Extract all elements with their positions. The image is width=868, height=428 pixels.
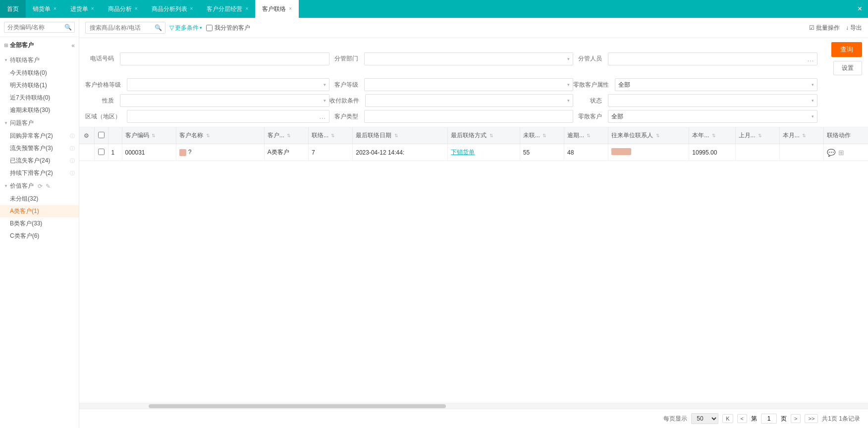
last-page-btn[interactable]: >> xyxy=(805,414,818,423)
close-goods-analysis-list-icon[interactable]: × xyxy=(190,0,193,18)
first-page-btn[interactable]: K xyxy=(722,414,733,423)
sidebar-item-week[interactable]: 近7天待联络(0) xyxy=(0,92,79,104)
more-filters-btn[interactable]: ▽ 更多条件 ▾ xyxy=(169,24,202,32)
next-page-btn[interactable]: > xyxy=(791,414,801,423)
close-customer-contact-icon[interactable]: × xyxy=(289,0,292,18)
th-this-year[interactable]: 本年... ⇅ xyxy=(689,127,735,144)
close-all-icon[interactable]: × xyxy=(858,4,862,13)
sidebar-all-customers-header[interactable]: ⊞ 全部客户 « xyxy=(0,37,79,54)
export-btn[interactable]: ↓ 导出 xyxy=(846,24,862,32)
nav-goods-analysis[interactable]: 商品分析 × xyxy=(101,0,145,18)
filter-payment-select[interactable]: ▾ xyxy=(365,94,574,107)
sidebar-item-churned[interactable]: 已流失客户(24) ⓘ xyxy=(0,155,79,167)
search-input[interactable] xyxy=(86,22,165,33)
per-page-select[interactable]: 50 100 200 xyxy=(691,413,718,424)
th-contact-count[interactable]: 联络... ⇅ xyxy=(309,127,353,144)
th-company-contact[interactable]: 往来单位联系人 ⇅ xyxy=(608,127,689,144)
gear-settings-icon[interactable]: ⚙ xyxy=(84,132,89,139)
sort-name-icon[interactable]: ⇅ xyxy=(206,133,210,138)
horizontal-scrollbar[interactable] xyxy=(79,403,868,409)
sidebar-item-c-class[interactable]: C类客户(6) xyxy=(0,230,79,242)
sort-level-icon[interactable]: ⇅ xyxy=(287,133,291,138)
sidebar-group-value[interactable]: ▼ 价值客户 ⟳ ✎ xyxy=(0,179,79,193)
sidebar-item-ungrouped[interactable]: 未分组(32) xyxy=(0,193,79,205)
th-overdue[interactable]: 逾期... ⇅ xyxy=(564,127,608,144)
sidebar-item-overdue[interactable]: 逾期未联络(30) xyxy=(0,104,79,116)
th-gear[interactable]: ⚙ xyxy=(79,127,94,144)
filter-icon: ▽ xyxy=(169,24,174,31)
th-name[interactable]: 客户名称 ⇅ xyxy=(176,127,264,144)
sidebar-item-today[interactable]: 今天待联络(0) xyxy=(0,67,79,79)
nav-customer-contact[interactable]: 客户联络 × xyxy=(255,0,299,18)
th-uncontacted[interactable]: 未联... ⇅ xyxy=(520,127,564,144)
page-input[interactable] xyxy=(761,414,777,424)
sort-code-icon[interactable]: ⇅ xyxy=(152,133,156,138)
sidebar-group-problem[interactable]: ▼ 问题客户 xyxy=(0,116,79,130)
qrcode-action-icon[interactable]: ⊞ xyxy=(838,149,844,157)
filter-dept-select[interactable]: ▾ xyxy=(364,53,574,65)
filter-person-select[interactable]: … xyxy=(608,53,817,65)
th-last-contact-method[interactable]: 最后联络方式 ⇅ xyxy=(448,127,520,144)
td-last-contact-method[interactable]: 下销货单 xyxy=(448,144,520,161)
close-goods-analysis-icon[interactable]: × xyxy=(135,0,138,18)
filter-customer-level-select[interactable]: ▾ xyxy=(364,78,574,91)
filter-phone-input[interactable] xyxy=(120,53,329,65)
close-purchase-icon[interactable]: × xyxy=(91,0,94,18)
sidebar-item-churn-warning[interactable]: 流失预警客户(3) ⓘ xyxy=(0,142,79,155)
filter-phone: 电话号码 xyxy=(85,53,329,65)
sort-last-contact-date-icon[interactable]: ⇅ xyxy=(394,133,398,138)
filter-retail-select[interactable]: 全部 ▾ xyxy=(608,110,817,123)
sort-last-contact-method-icon[interactable]: ⇅ xyxy=(489,133,493,138)
sort-overdue-icon[interactable]: ⇅ xyxy=(587,133,591,138)
nav-sales[interactable]: 销货单 × xyxy=(26,0,63,18)
th-code[interactable]: 客户编码 ⇅ xyxy=(122,127,176,144)
filter-status-select[interactable]: ▾ xyxy=(608,94,817,107)
export-icon: ↓ xyxy=(846,24,849,31)
td-level: A类客户 xyxy=(264,144,308,161)
sort-contact-count-icon[interactable]: ⇅ xyxy=(331,133,335,138)
td-check-cell[interactable] xyxy=(94,144,108,161)
th-this-month[interactable]: 本月... ⇅ xyxy=(779,127,823,144)
sidebar-item-b-class[interactable]: B类客户(33) xyxy=(0,217,79,230)
nav-home[interactable]: 首页 xyxy=(0,0,26,18)
th-last-month[interactable]: 上月... ⇅ xyxy=(735,127,779,144)
select-all-checkbox[interactable] xyxy=(98,132,105,138)
sidebar-item-repurchase[interactable]: 回购异常客户(2) ⓘ xyxy=(0,130,79,142)
setting-button[interactable]: 设置 xyxy=(833,61,862,75)
sidebar-item-b-class-label: B类客户(33) xyxy=(10,219,42,228)
sidebar-group-pending[interactable]: ▼ 待联络客户 xyxy=(0,54,79,67)
close-sales-icon[interactable]: × xyxy=(54,0,56,18)
th-level[interactable]: 客户... ⇅ xyxy=(264,127,308,144)
nav-customer-tier[interactable]: 客户分层经营 × xyxy=(200,0,255,18)
sidebar-item-a-class[interactable]: A类客户(1) xyxy=(0,205,79,217)
filter-retail-attr-select[interactable]: 全部 ▾ xyxy=(615,78,817,91)
th-check[interactable] xyxy=(94,127,108,144)
nav-goods-analysis-list[interactable]: 商品分析列表 × xyxy=(145,0,200,18)
filter-customer-type-select[interactable] xyxy=(364,110,574,123)
filter-nature-select[interactable]: ▾ xyxy=(120,94,329,107)
th-last-contact-date[interactable]: 最后联络日期 ⇅ xyxy=(353,127,448,144)
add-group-icon[interactable]: ⟳ xyxy=(38,183,43,190)
sort-this-year-icon[interactable]: ⇅ xyxy=(712,133,716,138)
sidebar-item-tomorrow[interactable]: 明天待联络(1) xyxy=(0,79,79,92)
batch-op-btn[interactable]: ☑ 批量操作 xyxy=(809,24,840,32)
my-customer-checkbox[interactable] xyxy=(206,25,213,31)
filter-region-select[interactable]: … xyxy=(127,110,329,123)
sidebar-item-declining[interactable]: 持续下滑客户(2) ⓘ xyxy=(0,167,79,179)
sort-uncontacted-icon[interactable]: ⇅ xyxy=(542,133,546,138)
comment-action-icon[interactable]: 💬 xyxy=(827,149,835,157)
sidebar-collapse-icon[interactable]: « xyxy=(71,42,75,49)
sort-this-month-icon[interactable]: ⇅ xyxy=(802,133,806,138)
sort-company-contact-icon[interactable]: ⇅ xyxy=(656,133,660,138)
nav-purchase[interactable]: 进货单 × xyxy=(63,0,101,18)
sort-last-month-icon[interactable]: ⇅ xyxy=(758,133,762,138)
edit-group-icon[interactable]: ✎ xyxy=(46,183,51,190)
row-checkbox[interactable] xyxy=(98,149,105,155)
my-customer-checkbox-label[interactable]: 我分管的客户 xyxy=(206,24,250,32)
scrollbar-thumb[interactable] xyxy=(149,404,446,408)
close-customer-tier-icon[interactable]: × xyxy=(245,0,248,18)
query-button[interactable]: 查询 xyxy=(831,42,862,57)
last-contact-method-link[interactable]: 下销货单 xyxy=(451,149,475,156)
prev-page-btn[interactable]: < xyxy=(737,414,747,423)
filter-price-level-select[interactable]: ▾ xyxy=(127,78,329,91)
